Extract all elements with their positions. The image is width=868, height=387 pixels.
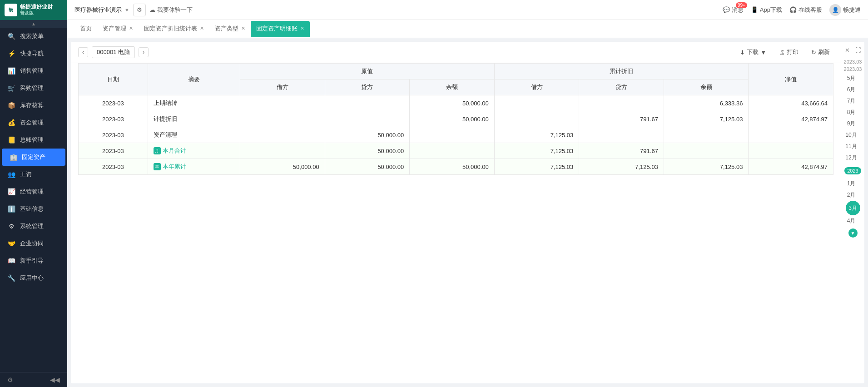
expand-panel-icon[interactable]: ⛶ bbox=[854, 45, 863, 55]
sidebar-item-固定资产[interactable]: 🏢固定资产 bbox=[2, 149, 65, 166]
col-original-value: 原值 bbox=[240, 64, 495, 79]
nav-label: 企业协同 bbox=[20, 239, 44, 248]
month-item-1月[interactable]: 1月 bbox=[841, 178, 861, 189]
user-menu[interactable]: 👤 畅捷通 bbox=[829, 4, 861, 16]
cell-ov-credit bbox=[325, 95, 410, 111]
tab-首页[interactable]: 首页 bbox=[74, 21, 97, 37]
cell-date: 2023-03 bbox=[79, 159, 148, 175]
cell-ov-debit bbox=[240, 111, 325, 127]
content-toolbar: ‹ 000001 电脑 › ⬇ 下载 ▼ 🖨 打印 ↻ bbox=[71, 42, 841, 63]
sidebar-footer: ⚙ ◀◀ bbox=[0, 372, 67, 387]
year-badge[interactable]: 2023 bbox=[844, 167, 861, 174]
nav-icon: 📒 bbox=[7, 136, 15, 144]
col-ad-balance: 余额 bbox=[664, 79, 749, 95]
company-name: 医疗器械行业演示 bbox=[74, 6, 122, 14]
year-badge-container: 2023 bbox=[841, 164, 864, 178]
month-item-4月[interactable]: 4月 bbox=[841, 215, 861, 227]
cell-summary: 月本月合计 bbox=[148, 143, 240, 159]
month-item-5月[interactable]: 5月 bbox=[841, 73, 861, 84]
cell-ov-balance: 50,000.00 bbox=[410, 111, 495, 127]
print-button[interactable]: 🖨 打印 bbox=[775, 46, 802, 58]
col-accumulated-dep: 累计折旧 bbox=[494, 64, 749, 79]
sidebar-item-工资[interactable]: 👥工资 bbox=[0, 166, 67, 183]
sidebar-item-新手引导[interactable]: 📖新手引导 bbox=[0, 252, 67, 269]
download-label: 下载 bbox=[747, 48, 759, 56]
sidebar-item-系统管理[interactable]: ⚙系统管理 bbox=[0, 218, 67, 235]
tab-固定资产明细账[interactable]: 固定资产明细账✕ bbox=[251, 21, 310, 37]
sidebar-item-销售管理[interactable]: 📊销售管理 bbox=[0, 62, 67, 79]
month-item-7月[interactable]: 7月 bbox=[841, 95, 861, 107]
cell-net-value bbox=[749, 143, 833, 159]
month-item-3月[interactable]: 3月 bbox=[846, 201, 860, 215]
tab-固定资产折旧统计表[interactable]: 固定资产折旧统计表✕ bbox=[139, 21, 209, 37]
right-sidebar-scroll-down[interactable]: ▼ bbox=[848, 228, 858, 238]
month-item-12月[interactable]: 12月 bbox=[841, 152, 861, 164]
collapse-icon[interactable]: ◀◀ bbox=[50, 376, 60, 383]
sidebar-item-采购管理[interactable]: 🛒采购管理 bbox=[0, 79, 67, 97]
month-item-8月[interactable]: 8月 bbox=[841, 107, 861, 118]
nav-label: 经营管理 bbox=[20, 188, 44, 196]
messages-button[interactable]: 💬 消息 99+ bbox=[723, 6, 744, 14]
sidebar-item-经营管理[interactable]: 📈经营管理 bbox=[0, 183, 67, 200]
asset-code-tag: 000001 电脑 bbox=[92, 46, 135, 58]
tab-close-button[interactable]: ✕ bbox=[129, 25, 133, 31]
cell-ad-debit bbox=[494, 95, 579, 111]
toolbar-right: ⬇ 下载 ▼ 🖨 打印 ↻ 刷新 bbox=[736, 46, 833, 58]
settings-footer-icon[interactable]: ⚙ bbox=[7, 376, 13, 383]
cell-ov-balance: 50,000.00 bbox=[410, 95, 495, 111]
sidebar-item-资金管理[interactable]: 💰资金管理 bbox=[0, 114, 67, 131]
table-row: 2023-03 上期结转 50,000.00 6,333.36 43,666.6… bbox=[79, 95, 833, 111]
month-item-9月[interactable]: 9月 bbox=[841, 118, 861, 129]
app-logo: 畅 bbox=[5, 4, 17, 16]
col-summary: 摘要 bbox=[148, 64, 240, 95]
close-panel-icon[interactable]: ✕ bbox=[843, 45, 852, 55]
online-service-button[interactable]: 🎧 在线客服 bbox=[789, 6, 822, 14]
next-asset-button[interactable]: › bbox=[139, 47, 149, 57]
download-button[interactable]: ⬇ 下载 ▼ bbox=[736, 46, 770, 58]
sidebar-item-企业协同[interactable]: 🤝企业协同 bbox=[0, 235, 67, 252]
tab-close-button[interactable]: ✕ bbox=[300, 25, 304, 31]
toolbar-left: ‹ 000001 电脑 › bbox=[78, 46, 149, 58]
month-total-icon: 月 bbox=[154, 147, 161, 154]
messages-icon: 💬 bbox=[723, 6, 730, 13]
user-name: 畅捷通 bbox=[843, 6, 861, 14]
experience-button[interactable]: ☁ 我要体验一下 bbox=[149, 6, 193, 14]
sidebar-item-总账管理[interactable]: 📒总账管理 bbox=[0, 131, 67, 149]
app-download-button[interactable]: 📱 App下载 bbox=[751, 6, 782, 14]
cell-ad-debit bbox=[494, 111, 579, 127]
company-selector[interactable]: 医疗器械行业演示 ▼ bbox=[74, 6, 129, 14]
cell-ov-debit bbox=[240, 95, 325, 111]
nav-label: 搜索菜单 bbox=[20, 32, 44, 40]
nav-icon: 📊 bbox=[7, 67, 15, 74]
sidebar-item-库存核算[interactable]: 📦库存核算 bbox=[0, 97, 67, 114]
refresh-button[interactable]: ↻ 刷新 bbox=[808, 46, 833, 58]
tab-close-button[interactable]: ✕ bbox=[200, 25, 204, 31]
prev-asset-button[interactable]: ‹ bbox=[78, 47, 88, 57]
cell-net-value bbox=[749, 127, 833, 143]
cell-ad-credit bbox=[579, 95, 664, 111]
col-ov-balance: 余额 bbox=[410, 79, 495, 95]
cell-ov-debit: 50,000.00 bbox=[240, 159, 325, 175]
cell-date: 2023-03 bbox=[79, 143, 148, 159]
cell-summary: 计提折旧 bbox=[148, 111, 240, 127]
nav-label: 库存核算 bbox=[20, 101, 44, 109]
month-item-2月[interactable]: 2月 bbox=[841, 189, 861, 201]
app-download-label: App下载 bbox=[760, 6, 782, 14]
sidebar-item-搜索菜单[interactable]: 🔍搜索菜单 bbox=[0, 28, 67, 45]
sidebar-item-快捷导航[interactable]: ⚡快捷导航 bbox=[0, 45, 67, 62]
tab-close-button[interactable]: ✕ bbox=[241, 25, 245, 31]
month-item-10月[interactable]: 10月 bbox=[841, 129, 861, 141]
online-service-icon: 🎧 bbox=[789, 6, 797, 13]
tab-资产类型[interactable]: 资产类型✕ bbox=[209, 21, 251, 37]
cell-date: 2023-03 bbox=[79, 127, 148, 143]
month-item-11月[interactable]: 11月 bbox=[841, 141, 861, 152]
topbar-settings-button[interactable]: ⚙ bbox=[133, 4, 146, 16]
sidebar-item-基础信息[interactable]: ℹ️基础信息 bbox=[0, 200, 67, 218]
download-chevron-icon: ▼ bbox=[760, 49, 766, 56]
nav-label: 采购管理 bbox=[20, 84, 44, 92]
cell-ad-balance: 7,125.03 bbox=[664, 159, 749, 175]
sidebar-scroll-up[interactable]: ▲ bbox=[0, 20, 67, 28]
month-item-6月[interactable]: 6月 bbox=[841, 84, 861, 95]
sidebar-item-应用中心[interactable]: 🔧应用中心 bbox=[0, 269, 67, 287]
tab-资产管理[interactable]: 资产管理✕ bbox=[97, 21, 139, 37]
